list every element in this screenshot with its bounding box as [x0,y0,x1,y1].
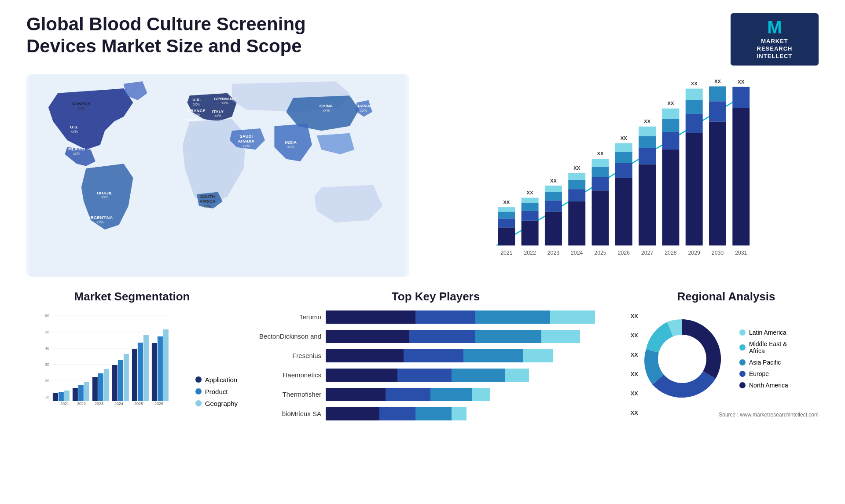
svg-rect-72 [639,148,656,164]
svg-text:CHINA: CHINA [320,103,333,108]
mea-dot [739,344,746,351]
svg-text:2027: 2027 [641,249,653,256]
svg-rect-38 [498,207,515,212]
latin-america-dot [739,329,746,336]
svg-rect-49 [545,192,562,200]
donut-chart [634,310,731,407]
svg-text:XX: XX [621,135,628,141]
product-label: Product [205,388,228,395]
player-bar-biomrieux: XX [326,407,625,420]
mea-label: Middle East &Africa [749,340,787,354]
svg-text:xx%: xx% [360,108,368,112]
player-bar-fresenius: XX [326,349,625,362]
legend-mea: Middle East &Africa [739,340,788,354]
svg-rect-132 [163,329,169,401]
svg-text:AFRICA: AFRICA [199,199,215,204]
svg-rect-42 [522,211,539,221]
growth-bar-chart: XX 2021 XX 2022 XX 2023 [418,74,819,277]
svg-rect-77 [662,150,679,245]
svg-text:xx%: xx% [204,204,211,208]
svg-rect-131 [158,336,163,401]
svg-text:JAPAN: JAPAN [357,103,371,108]
svg-rect-86 [686,88,703,100]
player-bar-becton: XX [326,330,625,343]
svg-text:xx%: xx% [96,220,104,224]
svg-text:10: 10 [45,395,49,399]
page-title: Global Blood Culture Screening Devices M… [26,13,334,58]
product-dot [195,388,202,394]
svg-rect-66 [615,163,632,178]
application-label: Application [205,376,237,383]
regional-legend: Latin America Middle East &Africa Asia P… [739,329,788,389]
bottom-section: Market Segmentation 60 50 40 30 20 10 [26,290,819,427]
geography-dot [195,400,202,406]
svg-text:xx%: xx% [287,145,295,149]
svg-rect-48 [545,200,562,212]
svg-text:xx%: xx% [242,143,250,148]
svg-rect-56 [568,173,585,179]
svg-rect-115 [78,385,84,401]
svg-rect-120 [104,369,109,401]
regional-title: Regional Analysis [634,290,819,303]
player-name-biomrieux: bioMrieux SA [246,410,321,417]
svg-text:xx%: xx% [193,113,201,117]
svg-text:GERMANY: GERMANY [214,96,236,101]
svg-rect-53 [568,201,585,245]
haemonetics-xx: XX [631,371,638,377]
svg-text:2023: 2023 [547,249,559,256]
svg-text:2029: 2029 [688,249,700,256]
svg-rect-114 [73,388,78,401]
svg-rect-37 [498,212,515,218]
legend-product: Product [195,388,238,395]
svg-rect-65 [615,178,632,245]
svg-rect-85 [686,100,703,114]
donut-area: Latin America Middle East &Africa Asia P… [634,310,819,407]
asia-pacific-label: Asia Pacific [749,359,781,366]
svg-text:2022: 2022 [524,249,536,256]
svg-rect-74 [639,126,656,136]
legend-asia-pacific: Asia Pacific [739,359,788,366]
svg-rect-124 [124,354,129,401]
segmentation-chart-area: 60 50 40 30 20 10 [26,310,238,407]
svg-text:2031: 2031 [735,249,747,256]
players-bars: Terumo XX BectonDickinson and [246,310,625,420]
svg-text:BRAZIL: BRAZIL [97,190,113,195]
svg-text:30: 30 [45,362,49,367]
player-name-becton: BectonDickinson and [246,332,321,340]
svg-text:ITALY: ITALY [212,109,224,113]
svg-text:40: 40 [45,346,49,351]
svg-rect-118 [92,377,98,401]
svg-text:xx%: xx% [101,195,109,199]
svg-text:XX: XX [527,190,534,195]
svg-rect-62 [592,159,609,166]
svg-text:ARGENTINA: ARGENTINA [88,215,113,220]
svg-text:xx%: xx% [193,102,201,106]
svg-text:CANADA: CANADA [72,101,91,106]
svg-rect-43 [522,203,539,211]
svg-rect-84 [686,114,703,133]
segmentation-title: Market Segmentation [26,290,238,303]
legend-europe: Europe [739,370,788,377]
becton-xx: XX [631,332,638,339]
svg-rect-79 [662,119,679,132]
svg-rect-60 [592,177,609,190]
logo-letter: M [767,18,782,36]
svg-rect-78 [662,132,679,150]
world-map: CANADA xx% U.S. xx% MEXICO xx% BRAZIL xx… [26,74,409,277]
player-name-terumo: Terumo [246,313,321,321]
svg-text:xx%: xx% [188,122,196,126]
svg-rect-61 [592,167,609,177]
legend-latin-america: Latin America [739,329,788,336]
north-america-dot [739,382,746,388]
player-name-thermofisher: Thermofisher [246,391,321,398]
player-row-fresenius: Fresenius XX [246,349,625,362]
svg-rect-50 [545,186,562,192]
top-section: CANADA xx% U.S. xx% MEXICO xx% BRAZIL xx… [26,74,819,277]
europe-label: Europe [749,370,769,377]
svg-text:SOUTH: SOUTH [200,194,215,199]
svg-text:U.S.: U.S. [70,124,78,129]
svg-text:2026: 2026 [154,402,163,406]
svg-text:2026: 2026 [618,249,630,256]
svg-text:20: 20 [45,379,49,383]
svg-rect-35 [498,227,515,245]
